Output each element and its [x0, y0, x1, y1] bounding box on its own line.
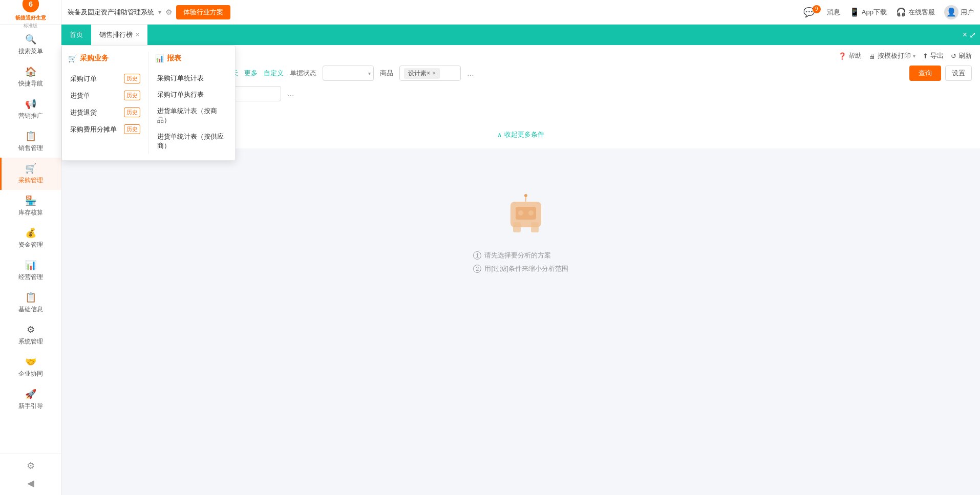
online-service-label: 在线客服 — [908, 8, 935, 17]
message-item[interactable]: 💬 9 消息 — [803, 7, 840, 18]
sidebar-item-purchase-label: 采购管理 — [18, 176, 43, 185]
message-label: 消息 — [827, 8, 840, 17]
export-btn[interactable]: ⬆ 导出 — [923, 51, 944, 60]
sidebar-item-sales[interactable]: 📋 销售管理 — [0, 125, 61, 158]
purchase-col: 🛒 采购业务 采购订单 历史 进货单 历史 进货退货 历史 采购费用分摊单 历史 — [62, 52, 148, 154]
top-bar: 装备及固定资产辅助管理系统 ▾ ⚙ 体验行业方案 💬 9 消息 📱 App下载 … — [0, 0, 980, 25]
export-icon: ⬆ — [923, 52, 928, 60]
app-download-item[interactable]: 📱 App下载 — [849, 7, 887, 17]
sidebar-item-operation[interactable]: 📊 经营管理 — [0, 254, 61, 287]
user-item[interactable]: 👤 用户 — [944, 5, 974, 19]
sidebar-item-enterprise[interactable]: 🤝 企业协同 — [0, 351, 61, 383]
report-inbound-goods[interactable]: 进货单统计表（按商品） — [155, 103, 229, 128]
headset-icon: 🎧 — [896, 7, 906, 17]
inbound-label: 进货单 — [70, 91, 90, 100]
goods-label: 商品 — [380, 69, 393, 78]
purchase-col-label: 采购业务 — [80, 54, 109, 63]
window-close-icon[interactable]: × — [963, 30, 967, 39]
expense-history: 历史 — [124, 124, 140, 134]
hint-1: 1 请先选择要分析的方案 — [473, 251, 568, 260]
tab-close-icon[interactable]: × — [136, 31, 139, 38]
sidebar-item-system-label: 系统管理 — [18, 337, 43, 346]
tab-home-label: 首页 — [70, 30, 83, 39]
logo-area: 6 畅捷通好生意 标准版 — [0, 0, 61, 25]
bill-status-select[interactable] — [323, 66, 374, 81]
goods-dots[interactable]: ... — [467, 69, 474, 78]
goods-tag-close[interactable]: × — [432, 70, 436, 77]
settings-bottom-icon[interactable]: ⚙ — [27, 460, 35, 471]
top-bar-middle: 装备及固定资产辅助管理系统 ▾ ⚙ 体验行业方案 — [68, 5, 803, 19]
purchase-order-item[interactable]: 采购订单 历史 — [68, 70, 142, 87]
sidebar-item-purchase[interactable]: 🛒 采购管理 — [0, 158, 61, 190]
report-inbound-goods-label: 进货单统计表（按商品） — [157, 106, 227, 125]
sidebar-item-guide-label: 新手引导 — [18, 402, 43, 411]
purchase-order-history: 历史 — [124, 74, 140, 83]
system-title: 装备及固定资产辅助管理系统 — [68, 8, 154, 17]
online-service-item[interactable]: 🎧 在线客服 — [896, 7, 935, 17]
empty-state: 1 请先选择要分析的方案 2 用[过滤]条件来缩小分析范围 — [61, 150, 980, 314]
report-order-exec-label: 采购订单执行表 — [157, 90, 204, 99]
phone-icon: 📱 — [849, 7, 860, 17]
guide-icon: 🚀 — [25, 389, 36, 400]
purchase-order-label: 采购订单 — [70, 74, 97, 83]
sidebar-item-basic-info[interactable]: 📋 基础信息 — [0, 287, 61, 319]
collapse-btn[interactable]: ∧ 收起更多条件 — [497, 127, 544, 142]
report-inbound-supplier[interactable]: 进货单统计表（按供应商） — [155, 128, 229, 154]
sidebar-item-guide[interactable]: 🚀 新手引导 — [0, 383, 61, 416]
app-download-label: App下载 — [862, 8, 887, 17]
basic-info-icon: 📋 — [25, 292, 36, 303]
sidebar-item-search-label: 搜索菜单 — [18, 47, 43, 56]
inventory-icon: 🏪 — [25, 195, 36, 206]
report-order-stat-label: 采购订单统计表 — [157, 74, 204, 83]
hint-text-1: 请先选择要分析的方案 — [484, 251, 551, 260]
query-btn[interactable]: 查询 — [909, 66, 941, 81]
custom-link[interactable]: 自定义 — [264, 69, 284, 78]
sidebar-item-finance-label: 资金管理 — [18, 241, 43, 249]
purchase-col-icon: 🛒 — [68, 54, 77, 62]
report-order-stat[interactable]: 采购订单统计表 — [155, 70, 229, 87]
collapse-sidebar-icon[interactable]: ◀ — [27, 478, 34, 489]
settings-btn[interactable]: 设置 — [945, 66, 972, 81]
report-inbound-supplier-label: 进货单统计表（按供应商） — [157, 132, 227, 150]
return-label: 进货退货 — [70, 108, 97, 117]
tab-home[interactable]: 首页 — [61, 25, 91, 45]
empty-icon — [495, 191, 546, 243]
sidebar-item-system[interactable]: ⚙ 系统管理 — [0, 319, 61, 351]
svg-rect-7 — [531, 222, 539, 232]
goods-input[interactable]: 设计素× × — [399, 66, 461, 81]
window-expand-icon[interactable]: ⤢ — [969, 30, 976, 40]
sidebar-item-search[interactable]: 🔍 搜索菜单 — [0, 29, 61, 61]
industry-btn[interactable]: 体验行业方案 — [176, 5, 230, 19]
logo-icon: 6 — [22, 0, 40, 13]
svg-point-5 — [528, 210, 534, 216]
more-options-link[interactable]: 更多 — [244, 69, 258, 78]
tab-bar: 首页 销售排行榜 × × ⤢ — [61, 25, 980, 45]
system-dropdown-arrow[interactable]: ▾ — [158, 9, 161, 16]
report-order-exec[interactable]: 采购订单执行表 — [155, 87, 229, 103]
help-label: 帮助 — [848, 51, 862, 60]
tab-sales-ranking[interactable]: 销售排行榜 × — [91, 25, 147, 45]
refresh-btn[interactable]: ↺ 刷新 — [951, 51, 972, 60]
return-history: 历史 — [124, 107, 140, 117]
collapse-up-icon: ∧ — [497, 131, 502, 139]
help-btn[interactable]: ❓ 帮助 — [838, 51, 862, 60]
sidebar-item-inventory[interactable]: 🏪 库存核算 — [0, 190, 61, 222]
marketing-icon: 📢 — [25, 98, 36, 110]
sidebar-item-finance[interactable]: 💰 资金管理 — [0, 222, 61, 254]
return-item[interactable]: 进货退货 历史 — [68, 104, 142, 121]
expense-item[interactable]: 采购费用分摊单 历史 — [68, 121, 142, 138]
sidebar-item-quick-nav[interactable]: 🏠 快捷导航 — [0, 61, 61, 93]
salesperson-dots[interactable]: ... — [287, 89, 294, 98]
hint-2: 2 用[过滤]条件来缩小分析范围 — [473, 264, 568, 273]
print-arrow: ▾ — [913, 53, 915, 59]
system-gear-icon[interactable]: ⚙ — [165, 8, 172, 17]
sidebar-item-marketing[interactable]: 📢 营销推广 — [0, 93, 61, 125]
tab-sales-ranking-label: 销售排行榜 — [99, 30, 133, 39]
user-label: 用户 — [961, 8, 974, 17]
refresh-icon: ↺ — [951, 52, 956, 60]
expense-label: 采购费用分摊单 — [70, 125, 117, 134]
goods-tag-text: 设计素× — [408, 69, 430, 78]
print-btn[interactable]: 🖨 按模板打印 ▾ — [869, 51, 915, 60]
inbound-item[interactable]: 进货单 历史 — [68, 87, 142, 104]
home-icon: 🏠 — [25, 66, 36, 77]
